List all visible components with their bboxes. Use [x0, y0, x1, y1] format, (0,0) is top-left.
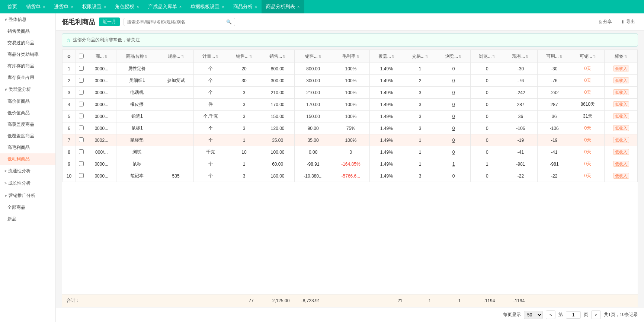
row-browse1[interactable]: 0 — [437, 87, 470, 99]
browse-link[interactable]: 0 — [452, 114, 455, 119]
row-checkbox[interactable] — [76, 158, 87, 170]
row-browse1[interactable]: 0 — [437, 146, 470, 158]
row-select-checkbox[interactable] — [79, 137, 84, 142]
row-browse1[interactable]: 0 — [437, 111, 470, 122]
sidebar-item-全部商品[interactable]: 全部商品 — [0, 202, 55, 213]
browse-link[interactable]: 0 — [452, 66, 455, 71]
col-code[interactable]: 商...⇅ — [87, 50, 116, 63]
row-select-checkbox[interactable] — [79, 102, 84, 106]
browse-link[interactable]: 0 — [452, 138, 455, 143]
row-select-checkbox[interactable] — [79, 149, 84, 154]
sidebar-item-有库存的商品[interactable]: 有库存的商品 — [0, 60, 55, 72]
browse-link[interactable]: 0 — [452, 102, 455, 107]
nav-close-icon[interactable]: × — [255, 4, 257, 9]
col-sellable-days[interactable]: 可销...⇅ — [571, 50, 605, 63]
browse-link[interactable]: 0 — [452, 173, 455, 179]
row-browse1[interactable]: 0 — [437, 170, 470, 182]
sidebar-item-高价值商品[interactable]: 高价值商品 — [0, 96, 55, 107]
nav-close-icon[interactable]: × — [43, 4, 45, 9]
row-browse1[interactable]: 0 — [437, 63, 470, 75]
row-browse1[interactable]: 0 — [437, 99, 470, 111]
col-gross-margin[interactable]: 毛利率⇅ — [332, 50, 370, 63]
col-trade-count[interactable]: 交易...⇅ — [403, 50, 437, 63]
row-browse1[interactable]: 1 — [437, 158, 470, 170]
row-browse1[interactable]: 0 — [437, 75, 470, 87]
nav-item-商品分析[interactable]: 商品分析× — [229, 0, 262, 13]
col-name[interactable]: 商品名称⇅ — [116, 50, 158, 63]
row-select-checkbox[interactable] — [79, 78, 84, 83]
per-page-select[interactable]: 50 100 200 — [524, 311, 543, 319]
row-checkbox[interactable] — [76, 146, 87, 158]
row-select-checkbox[interactable] — [79, 125, 84, 130]
col-coverage[interactable]: 覆盖...⇅ — [370, 50, 403, 63]
row-checkbox[interactable] — [76, 111, 87, 122]
row-select-checkbox[interactable] — [79, 161, 84, 166]
col-browse2[interactable]: 浏览...⇅ — [470, 50, 504, 63]
col-sales-amount[interactable]: 销售...⇅ — [261, 50, 294, 63]
sidebar-group-流通性分析[interactable]: >流通性分析 — [0, 165, 55, 177]
sidebar-item-低价值商品[interactable]: 低价值商品 — [0, 107, 55, 119]
sidebar-item-交易过的商品[interactable]: 交易过的商品 — [0, 37, 55, 49]
browse-link[interactable]: 0 — [452, 150, 455, 155]
prev-page-button[interactable]: ＜ — [546, 310, 555, 319]
sidebar-group-整体信息[interactable]: ∨整体信息 — [0, 13, 55, 26]
row-select-checkbox[interactable] — [79, 114, 84, 118]
nav-item-商品分析列表[interactable]: 商品分析列表× — [262, 0, 304, 13]
row-select-checkbox[interactable] — [79, 90, 84, 95]
sidebar-group-类群堂分析[interactable]: ∨类群堂分析 — [0, 83, 55, 96]
nav-item-角色授权[interactable]: 角色授权× — [110, 0, 143, 13]
col-tag[interactable]: 标签⇅ — [605, 50, 638, 63]
row-checkbox[interactable] — [76, 122, 87, 134]
sidebar-item-低毛利商品[interactable]: 低毛利商品 — [0, 153, 55, 165]
row-checkbox[interactable] — [76, 134, 87, 146]
sidebar-item-高覆盖度商品[interactable]: 高覆盖度商品 — [0, 119, 55, 130]
browse-link[interactable]: 0 — [452, 90, 455, 95]
nav-item-单据模板设置[interactable]: 单据模板设置× — [186, 0, 228, 13]
col-checkbox[interactable] — [76, 50, 87, 63]
col-spec[interactable]: 规格...⇅ — [158, 50, 193, 63]
row-checkbox[interactable] — [76, 99, 87, 111]
col-unit[interactable]: 计量...⇅ — [194, 50, 227, 63]
sidebar-item-新品[interactable]: 新品 — [0, 213, 55, 225]
sidebar-item-高毛利商品[interactable]: 高毛利商品 — [0, 142, 55, 153]
row-checkbox[interactable] — [76, 170, 87, 182]
col-settings[interactable]: ⚙ — [63, 50, 76, 63]
browse-link[interactable]: 1 — [452, 162, 455, 167]
sidebar-group-成长性分析[interactable]: >成长性分析 — [0, 177, 55, 189]
sidebar-item-低覆盖度商品[interactable]: 低覆盖度商品 — [0, 130, 55, 142]
page-input[interactable] — [566, 311, 581, 319]
nav-close-icon[interactable]: × — [222, 4, 224, 9]
nav-item-权限设置[interactable]: 权限设置× — [78, 0, 110, 13]
time-filter-button[interactable]: 近一月 — [99, 17, 120, 26]
sidebar-item-销售类商品[interactable]: 销售类商品 — [0, 26, 55, 37]
nav-item-销货单[interactable]: 销货单× — [22, 0, 49, 13]
sidebar-item-库存资金占用[interactable]: 库存资金占用 — [0, 72, 55, 83]
col-sales-qty[interactable]: 销售...⇅ — [227, 50, 261, 63]
col-browse1[interactable]: 浏览...⇅ — [437, 50, 470, 63]
sidebar-item-商品分类助销率[interactable]: 商品分类助销率 — [0, 49, 55, 60]
row-checkbox[interactable] — [76, 75, 87, 87]
row-select-checkbox[interactable] — [79, 173, 84, 178]
share-button[interactable]: ⎘ 分享 — [596, 17, 615, 26]
nav-close-icon[interactable]: × — [71, 4, 73, 9]
next-page-button[interactable]: ＞ — [591, 310, 601, 319]
col-available-stock[interactable]: 可用...⇅ — [538, 50, 571, 63]
nav-item-首页[interactable]: 首页 — [3, 0, 22, 13]
browse-link[interactable]: 0 — [452, 78, 455, 83]
nav-item-产成品入库单[interactable]: 产成品入库单× — [144, 0, 186, 13]
browse-link[interactable]: 0 — [452, 126, 455, 131]
nav-close-icon[interactable]: × — [297, 4, 299, 9]
nav-close-icon[interactable]: × — [137, 4, 139, 9]
row-browse1[interactable]: 0 — [437, 134, 470, 146]
row-checkbox[interactable] — [76, 87, 87, 99]
col-current-stock[interactable]: 现有...⇅ — [504, 50, 537, 63]
col-sales-cost[interactable]: 销售...⇅ — [294, 50, 332, 63]
row-select-checkbox[interactable] — [79, 66, 84, 71]
export-button[interactable]: ⬆ 导出 — [618, 17, 638, 26]
row-browse1[interactable]: 0 — [437, 122, 470, 134]
search-input[interactable] — [127, 19, 226, 25]
nav-close-icon[interactable]: × — [104, 4, 106, 9]
nav-close-icon[interactable]: × — [179, 4, 182, 9]
search-icon[interactable]: 🔍 — [226, 19, 232, 25]
row-checkbox[interactable] — [76, 63, 87, 75]
